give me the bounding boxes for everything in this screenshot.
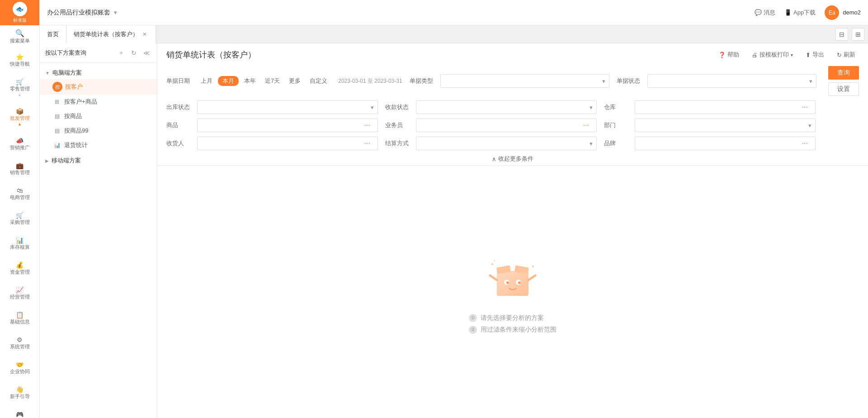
hint-num-2: ② [469,326,477,334]
svg-point-11 [532,266,534,267]
sidebar-item-finance[interactable]: 💰 资金管理 [0,256,39,281]
sidebar-item-system[interactable]: ⚙ 系统管理 [0,331,39,356]
date-label: 单据日期 [166,77,193,85]
date-tab-this-month[interactable]: 本月 [218,76,239,86]
sidebar-quick-nav[interactable]: ⭐ 快捷导航 [0,48,39,73]
receiver-dots-icon[interactable]: ··· [361,139,374,147]
svg-point-5 [506,281,509,284]
sidebar-item-cooperation[interactable]: 🤝 企业协同 [0,356,39,380]
tree-section-pc-label: 电脑端方案 [52,69,82,77]
tree-item-by-goods[interactable]: ▤ 按商品 [40,109,157,124]
department-dropdown[interactable]: ▾ [635,119,816,132]
tree-section-pc-header[interactable]: ▼ 电脑端方案 [40,66,157,79]
sidebar-retail-label: 零售管理 [10,86,30,92]
collection-status-filter: 收款状态 ▾ [385,100,597,114]
svg-point-6 [518,281,521,284]
sidebar-ecommerce-label: 电商管理 [10,194,30,201]
export-icon: ⬆ [806,52,811,58]
sidebar-purchase-label: 采购管理 [10,219,30,226]
app-download-icon: 📱 [784,9,792,16]
sidebar-item-retail[interactable]: 🛒 零售管理 ▲ [0,73,39,102]
tab-maximize-btn[interactable]: ⊞ [852,28,864,41]
message-action[interactable]: 💬 消息 [755,9,775,17]
empty-state: ① 请先选择要分析的方案 ② 用过滤条件来缩小分析范围 [157,166,868,418]
tab-sales-stat[interactable]: 销货单统计表（按客户） ✕ [66,25,156,43]
date-tab-more[interactable]: 更多 [285,76,304,86]
salesman-input[interactable]: ··· [416,119,597,132]
empty-illustration [486,251,540,305]
warehouse-dots-icon[interactable]: ··· [798,103,811,111]
brand-dots-icon[interactable]: ··· [798,139,811,147]
tree-section-mobile-header[interactable]: ▶ 移动端方案 [40,154,157,167]
tab-close-icon[interactable]: ✕ [141,31,148,38]
order-status-dropdown[interactable]: ▾ [647,74,816,88]
sidebar-item-wholesale[interactable]: 📦 批发管理 ▲ [0,102,39,132]
query-btn[interactable]: 查询 [828,66,859,80]
filter-row-2: 出库状态 ▾ 收款状态 ▾ [166,100,859,114]
tree-item-goods99[interactable]: ▤ 按商品99 [40,124,157,138]
date-tab-custom[interactable]: 自定义 [306,76,331,86]
tree-section-mobile-label: 移动端方案 [52,157,81,165]
out-status-dropdown[interactable]: ▾ [197,100,378,114]
order-status-label: 单据状态 [617,77,644,85]
date-range: 2023-03-01 至 2023-03-31 [338,77,402,85]
collapse-panel-btn[interactable]: ≪ [142,48,151,58]
sidebar-logo[interactable]: 🐟 标准版 [0,0,40,25]
tree-item-customer-goods[interactable]: ⊞ 按客户+商品 [40,95,157,109]
goods-input[interactable]: ··· [197,119,378,132]
sidebar-item-appstore[interactable]: 🎮 应用中心 [0,405,39,418]
tab-minimize-btn[interactable]: ⊟ [835,28,848,41]
tab-home[interactable]: 首页 [40,25,66,43]
brand-input[interactable]: ··· [635,137,816,150]
app-download-action[interactable]: 📱 App下载 [784,9,816,17]
sidebar-item-operations[interactable]: 📈 经营管理 [0,281,39,306]
receiver-input[interactable]: ··· [197,137,378,150]
sidebar-item-sales[interactable]: 💼 销售管理 [0,157,39,181]
collection-status-dropdown[interactable]: ▾ [416,100,597,114]
date-tab-this-year[interactable]: 本年 [241,76,259,86]
sidebar-item-newuser[interactable]: 👋 新手引导 [0,380,39,405]
tree-item-return-stat[interactable]: 📊 退货统计 [40,138,157,152]
refresh-scheme-btn[interactable]: ↻ [129,48,139,58]
sidebar-sales-label: 销售管理 [10,169,30,176]
setting-btn[interactable]: 设置 [828,82,859,96]
sidebar-item-ecommerce[interactable]: 🛍 电商管理 [0,181,39,206]
left-panel-actions: ＋ ↻ ≪ [116,48,151,58]
order-status-chevron-icon: ▾ [809,78,812,85]
sidebar-search[interactable]: 🔍 搜索菜单 [0,25,39,48]
export-btn[interactable]: ⬆ 导出 [802,49,828,61]
svg-point-9 [491,263,493,265]
order-type-chevron-icon: ▾ [602,78,605,85]
left-panel: 按以下方案查询 ＋ ↻ ≪ ▼ 电脑端方案 [40,43,157,418]
top-header: 办公用品行业模拟账套 ▾ 💬 消息 📱 App下载 Ea demo2 [40,0,868,25]
logo-text: 标准版 [13,17,27,24]
warehouse-input[interactable]: ··· [635,100,816,114]
print-btn[interactable]: 🖨 按模板打印 ▾ [748,49,797,61]
help-btn[interactable]: ❓ 帮助 [715,49,743,61]
department-filter: 部门 ▾ [604,119,816,132]
add-scheme-btn[interactable]: ＋ [116,48,126,58]
sidebar-item-basic[interactable]: 📋 基础信息 [0,306,39,331]
header-dropdown-icon[interactable]: ▾ [114,9,117,16]
sidebar-item-inventory[interactable]: 📊 库存核算 [0,231,39,256]
right-content: 销货单统计表（按客户） ❓ 帮助 🖨 按模板打印 ▾ [157,43,868,418]
date-tab-7days[interactable]: 近7天 [261,76,283,86]
receiver-filter: 收货人 ··· [166,137,378,150]
salesman-dots-icon[interactable]: ··· [580,121,593,129]
settlement-dropdown[interactable]: ▾ [416,137,597,150]
tree-item-by-customer[interactable]: 按 按客户 [40,79,157,95]
sidebar-item-marketing[interactable]: 📣 营销推广 [0,132,39,157]
collapse-filters-btn[interactable]: ∧ 收起更多条件 [166,152,859,166]
sidebar-item-purchase[interactable]: 🛒 采购管理 [0,206,39,231]
sidebar-newuser-label: 新手引导 [10,393,30,400]
filter-area: 单据日期 上月 本月 本年 近7天 更多 自定义 2023-03-01 至 20… [166,66,859,166]
refresh-btn[interactable]: ↻ 刷新 [833,49,859,61]
order-type-dropdown[interactable]: ▾ [440,74,609,88]
svg-point-10 [494,260,495,261]
goods-dots-icon[interactable]: ··· [361,121,374,129]
goods-filter: 商品 ··· [166,119,378,132]
brand-filter: 品牌 ··· [604,137,816,150]
user-profile[interactable]: Ea demo2 [825,5,861,20]
logo-icon: 🐟 [13,2,27,16]
date-tab-last-month[interactable]: 上月 [197,76,216,86]
